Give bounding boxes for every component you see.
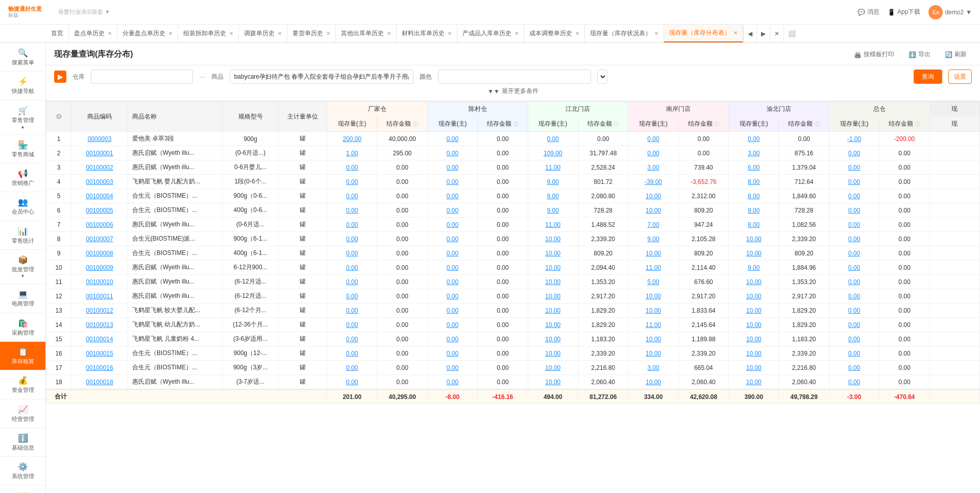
cell-m-qty[interactable]: 0.00 <box>427 375 477 390</box>
sidebar-item-retail-stats[interactable]: 📊 零售统计 <box>0 221 45 250</box>
cell-yb-qty[interactable]: 10.00 <box>729 361 779 375</box>
cell-yb-qty[interactable]: 0.00 <box>729 132 779 146</box>
cell-yb-qty[interactable]: 10.00 <box>729 275 779 289</box>
sidebar-item-system[interactable]: ⚙️ 系统管理 <box>0 457 45 485</box>
cell-yb-qty[interactable]: 6.00 <box>729 160 779 175</box>
cell-yb-qty[interactable]: 3.00 <box>729 146 779 160</box>
tab-cost-adjust[interactable]: 成本调整单历史 ✕ <box>524 25 585 42</box>
cell-m-qty[interactable]: 0.00 <box>427 289 477 303</box>
tab-close-transfer[interactable]: ✕ <box>278 31 282 36</box>
tab-close-material-out[interactable]: ✕ <box>448 31 452 36</box>
cell-yb-qty[interactable]: 10.00 <box>729 303 779 318</box>
cell-yb-qty[interactable]: 10.00 <box>729 346 779 361</box>
cell-na-qty[interactable]: 10.00 <box>628 189 678 203</box>
cell-m-qty[interactable]: 0.00 <box>427 132 477 146</box>
color-input[interactable] <box>438 69 591 84</box>
tab-close-other-out[interactable]: ✕ <box>387 31 391 36</box>
tab-material-out[interactable]: 材料出库单历史 ✕ <box>397 25 457 42</box>
cell-code[interactable]: 00100004 <box>71 189 128 203</box>
tab-inventory-check[interactable]: 盘点单历史 ✕ <box>69 25 117 42</box>
cell-na-qty[interactable]: 7.00 <box>628 218 678 232</box>
print-btn[interactable]: 🖨️ 按模板打印 <box>849 48 899 61</box>
info-icon-jb[interactable]: ⓘ <box>614 121 619 127</box>
cell-jb-qty[interactable]: 109.00 <box>528 146 578 160</box>
cell-code[interactable]: 00100007 <box>71 232 128 246</box>
cell-jb-qty[interactable]: 10.00 <box>528 232 578 246</box>
cell-jb-qty[interactable]: 9.00 <box>528 175 578 189</box>
cell-code[interactable]: 00100003 <box>71 175 128 189</box>
cell-code[interactable]: 00100012 <box>71 303 128 318</box>
cell-yb-qty[interactable]: 9.00 <box>729 261 779 275</box>
cell-f-qty[interactable]: 0.00 <box>327 361 377 375</box>
cell-jb-qty[interactable]: 11.00 <box>528 218 578 232</box>
industry-selector[interactable]: 母婴行业演示陈套 ▼ <box>58 8 110 16</box>
cell-t-qty[interactable]: 0.00 <box>829 289 879 303</box>
tab-partial-check[interactable]: 分量盘点单历史 ✕ <box>117 25 178 42</box>
cell-code[interactable]: 00100018 <box>71 375 128 390</box>
tab-close-cost-adjust[interactable]: ✕ <box>575 31 579 36</box>
cell-jb-qty[interactable]: 10.00 <box>528 375 578 390</box>
cell-t-qty[interactable]: 0.00 <box>829 303 879 318</box>
cell-yb-qty[interactable]: 8.00 <box>729 218 779 232</box>
cell-na-qty[interactable]: 9.00 <box>628 232 678 246</box>
cell-yb-qty[interactable]: 10.00 <box>729 289 779 303</box>
cell-na-qty[interactable]: 11.00 <box>628 261 678 275</box>
th-gear[interactable]: ⚙ <box>46 102 71 132</box>
cell-na-qty[interactable]: 3.00 <box>628 160 678 175</box>
cell-t-qty[interactable]: 0.00 <box>829 361 879 375</box>
cell-t-qty[interactable]: 0.00 <box>829 160 879 175</box>
tab-close-assembly[interactable]: ✕ <box>229 31 233 36</box>
cell-m-qty[interactable]: 0.00 <box>427 318 477 332</box>
cell-jb-qty[interactable]: 9.00 <box>528 203 578 218</box>
cell-code[interactable]: 00100014 <box>71 332 128 346</box>
cell-f-qty[interactable]: 0.00 <box>327 160 377 175</box>
cell-na-qty[interactable]: 10.00 <box>628 203 678 218</box>
cell-t-qty[interactable]: 0.00 <box>829 332 879 346</box>
table-container[interactable]: ⚙ 商品编码 商品名称 规格型号 主计量单位 厂家仓 陈村仓 江北门店 南岸门店… <box>46 101 980 493</box>
sidebar-item-purchase[interactable]: 🛍️ 采购管理 <box>0 313 45 342</box>
cell-na-qty[interactable]: 3.00 <box>628 361 678 375</box>
search-btn[interactable]: 查询 <box>914 69 942 84</box>
info-icon-f[interactable]: ⓘ <box>413 121 418 127</box>
cell-code[interactable]: 00100009 <box>71 261 128 275</box>
cell-t-qty[interactable]: 0.00 <box>829 232 879 246</box>
cell-t-qty[interactable]: 0.00 <box>829 346 879 361</box>
cell-t-qty[interactable]: 0.00 <box>829 218 879 232</box>
cell-m-qty[interactable]: 0.00 <box>427 218 477 232</box>
app-download-btn[interactable]: 📱 App下载 <box>888 8 920 16</box>
cell-f-qty[interactable]: 0.00 <box>327 175 377 189</box>
cell-na-qty[interactable]: 10.00 <box>628 246 678 261</box>
cell-na-qty[interactable]: 5.00 <box>628 275 678 289</box>
cell-f-qty[interactable]: 0.00 <box>327 275 377 289</box>
cell-na-qty[interactable]: 10.00 <box>628 289 678 303</box>
cell-yb-qty[interactable]: 10.00 <box>729 232 779 246</box>
cell-jb-qty[interactable]: 10.00 <box>528 318 578 332</box>
cell-f-qty[interactable]: 0.00 <box>327 289 377 303</box>
sidebar-item-inventory[interactable]: 📋 库存核算 <box>0 342 45 370</box>
cell-m-qty[interactable]: 0.00 <box>427 246 477 261</box>
cell-m-qty[interactable]: 0.00 <box>427 146 477 160</box>
tab-product-in[interactable]: 产成品入库单历史 ✕ <box>457 25 524 42</box>
cell-m-qty[interactable]: 0.00 <box>427 303 477 318</box>
cell-f-qty[interactable]: 0.00 <box>327 332 377 346</box>
cell-jb-qty[interactable]: 10.00 <box>528 261 578 275</box>
cell-m-qty[interactable]: 0.00 <box>427 175 477 189</box>
message-btn[interactable]: 💬 消息 <box>857 8 879 16</box>
cell-na-qty[interactable]: 0.00 <box>628 132 678 146</box>
user-menu[interactable]: Ea demo2 ▼ <box>928 5 972 19</box>
cell-yb-qty[interactable]: 10.00 <box>729 318 779 332</box>
cell-na-qty[interactable]: 11.00 <box>628 318 678 332</box>
cell-yb-qty[interactable]: 10.00 <box>729 246 779 261</box>
cell-f-qty[interactable]: 0.00 <box>327 303 377 318</box>
cell-yb-qty[interactable]: 9.00 <box>729 203 779 218</box>
cell-m-qty[interactable]: 0.00 <box>427 232 477 246</box>
cell-f-qty[interactable]: 0.00 <box>327 218 377 232</box>
cell-t-qty[interactable]: 0.00 <box>829 275 879 289</box>
export-btn[interactable]: ⬇️ 导出 <box>903 48 936 61</box>
cell-t-qty[interactable]: 0.00 <box>829 246 879 261</box>
cell-code[interactable]: 00100011 <box>71 289 128 303</box>
cell-code[interactable]: 00100006 <box>71 218 128 232</box>
info-icon-na[interactable]: ⓘ <box>714 121 719 127</box>
warehouse-dots[interactable]: ··· <box>199 73 205 81</box>
sidebar-item-basic-info[interactable]: ℹ️ 基础信息 <box>0 428 45 457</box>
